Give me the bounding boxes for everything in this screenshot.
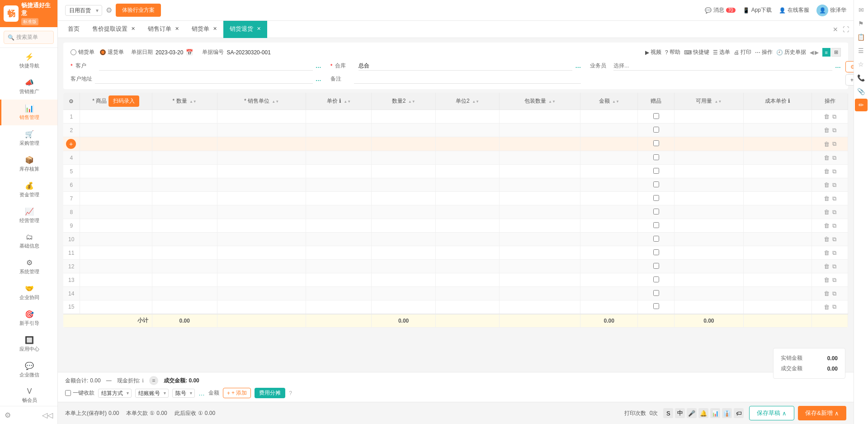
tab-sale-price[interactable]: 售价提取设置 ✕ <box>86 21 142 38</box>
row-qty2-2[interactable] <box>372 124 435 137</box>
pkg-sort-icon[interactable]: ▲▼ <box>548 100 556 104</box>
history-action[interactable]: 🕘 历史单据 <box>776 48 806 56</box>
sidebar-item-operations[interactable]: 📈 经营管理 <box>0 203 57 229</box>
tab-sales-order-close[interactable]: ✕ <box>175 26 179 32</box>
copy-btn[interactable]: ⧉ <box>832 276 836 284</box>
row-price-active[interactable] <box>306 137 372 151</box>
sidebar-item-inventory[interactable]: 📦 库存核算 <box>0 151 57 177</box>
save-new-btn[interactable]: 保存&新增 ∧ <box>798 406 846 420</box>
account-num-select[interactable]: 陈号 <box>172 389 195 398</box>
radio-return[interactable]: 退货单 <box>100 48 124 56</box>
row-qty-2[interactable] <box>152 124 217 137</box>
expand-tab-icon[interactable]: ⛶ <box>842 25 850 34</box>
account-detail-select[interactable]: 结账账号 <box>135 389 169 398</box>
row-amount-2[interactable] <box>580 124 638 137</box>
row-price-1[interactable] <box>306 110 372 124</box>
row-goods-2[interactable] <box>80 124 152 137</box>
user-item[interactable]: 👤 徐泽华 <box>816 5 846 16</box>
gift-checkbox-1[interactable] <box>653 113 659 119</box>
copy-btn[interactable]: ⧉ <box>832 303 836 310</box>
list-view-btn[interactable]: ≡ <box>822 48 830 57</box>
copy-row-2-btn[interactable]: ⧉ <box>832 127 836 134</box>
copy-active-btn[interactable]: ⧉ <box>832 140 836 148</box>
row-price-2[interactable] <box>306 124 372 137</box>
del-btn[interactable]: 🗑 <box>824 181 830 188</box>
row-avail-1[interactable] <box>674 110 743 124</box>
search-menu-button[interactable]: 🔍 搜索菜单 <box>4 31 54 44</box>
gift-checkbox-2[interactable] <box>653 127 659 133</box>
print-action[interactable]: 🖨 打印 <box>734 48 751 56</box>
copy-btn[interactable]: ⧉ <box>832 195 836 202</box>
tab-home[interactable]: 首页 <box>61 21 86 38</box>
address-dots-btn[interactable]: … <box>316 76 321 82</box>
copy-btn[interactable]: ⧉ <box>832 181 836 189</box>
goods-input-active[interactable] <box>83 141 149 147</box>
prev-history-btn[interactable]: ◀ <box>810 49 814 56</box>
radio-return-input[interactable] <box>100 49 106 55</box>
address-input[interactable] <box>95 74 313 84</box>
payment-dots-btn[interactable]: … <box>198 390 205 397</box>
qty-sort-icon[interactable]: ▲▼ <box>189 100 197 104</box>
staff-input[interactable] <box>613 61 832 71</box>
one-click-pay-checkbox[interactable] <box>65 390 71 396</box>
sidebar-item-app-center[interactable]: 🔲 应用中心 <box>0 331 57 357</box>
del-btn[interactable]: 🗑 <box>824 290 830 297</box>
warehouse-input[interactable] <box>359 61 572 71</box>
taskbar-icon-5[interactable]: 📊 <box>710 408 720 418</box>
row-pkg-active[interactable] <box>500 137 580 151</box>
row-pkg-1[interactable] <box>500 110 580 124</box>
scan-btn[interactable]: 扫码录入 <box>108 95 139 107</box>
warehouse-dots-btn[interactable]: … <box>575 62 581 69</box>
row-avail-active[interactable] <box>674 137 743 151</box>
logistics-btn[interactable]: + 物流 <box>845 74 854 86</box>
select-action[interactable]: ☰ 选单 <box>713 48 730 56</box>
delete-row-1-btn[interactable]: 🗑 <box>824 113 830 120</box>
row-qty2-1[interactable] <box>372 110 435 124</box>
shortcut-action[interactable]: ⌨ 快捷键 <box>684 48 709 56</box>
experience-btn[interactable]: 体验行业方案 <box>116 4 161 17</box>
online-support-item[interactable]: 👤 在线客服 <box>779 6 809 14</box>
tab-sales-return-close[interactable]: ✕ <box>257 26 261 32</box>
fee-help-icon[interactable]: ? <box>289 390 292 396</box>
row-unit2-active[interactable] <box>435 137 499 151</box>
row-unit-1[interactable] <box>217 110 306 124</box>
copy-btn[interactable]: ⧉ <box>832 154 836 162</box>
grid-view-btn[interactable]: ⊞ <box>831 48 841 57</box>
customer-dots-btn[interactable]: … <box>316 62 321 69</box>
del-btn[interactable]: 🗑 <box>824 168 830 175</box>
category-select[interactable]: 日用百货 <box>65 5 102 16</box>
copy-btn[interactable]: ⧉ <box>832 249 836 257</box>
row-goods-active[interactable] <box>80 137 152 151</box>
taskbar-icon-2[interactable]: 中 <box>675 408 685 418</box>
right-panel-flag[interactable]: ⚑ <box>855 17 868 30</box>
avail-sort-icon[interactable]: ▲▼ <box>715 100 722 104</box>
copy-btn[interactable]: ⧉ <box>832 236 836 243</box>
row-goods-1[interactable] <box>80 110 152 124</box>
copy-btn[interactable]: ⧉ <box>832 263 836 270</box>
save-draft-btn[interactable]: 保存草稿 ∧ <box>749 406 794 420</box>
copy-row-1-btn[interactable]: ⧉ <box>832 113 836 120</box>
next-history-btn[interactable]: ▶ <box>815 49 819 56</box>
sidebar-item-system-mgmt[interactable]: ⚙ 系统管理 <box>0 254 57 280</box>
right-panel-phone[interactable]: 📞 <box>855 71 868 84</box>
add-payment-btn[interactable]: + + 添加 <box>223 388 251 398</box>
col-settings[interactable]: ⚙ <box>63 93 80 110</box>
row-cost-active[interactable] <box>743 137 811 151</box>
sidebar-item-purchase-mgmt[interactable]: 🛒 采购管理 <box>0 125 57 151</box>
row-unit-2[interactable] <box>217 124 306 137</box>
fee-split-btn[interactable]: 费用分摊 <box>255 388 285 398</box>
row-unit-active[interactable] <box>217 137 306 151</box>
taskbar-icon-6[interactable]: 👔 <box>722 408 732 418</box>
row-pkg-2[interactable] <box>500 124 580 137</box>
unit-sort-icon[interactable]: ▲▼ <box>272 100 279 104</box>
copy-btn[interactable]: ⧉ <box>832 209 836 216</box>
sidebar-item-sales-mgmt[interactable]: 📊 销售管理 <box>0 100 57 125</box>
copy-btn[interactable]: ⧉ <box>832 222 836 229</box>
tab-sales-order[interactable]: 销售订单 ✕ <box>142 21 185 38</box>
sidebar-item-enterprise[interactable]: 🤝 企业协同 <box>0 280 57 305</box>
radio-sales[interactable]: 销货单 <box>71 48 94 56</box>
radio-sales-input[interactable] <box>71 49 76 55</box>
row-qty-active[interactable] <box>152 137 217 151</box>
row-qty2-active[interactable] <box>372 137 435 151</box>
help-action[interactable]: ? 帮助 <box>665 48 680 56</box>
